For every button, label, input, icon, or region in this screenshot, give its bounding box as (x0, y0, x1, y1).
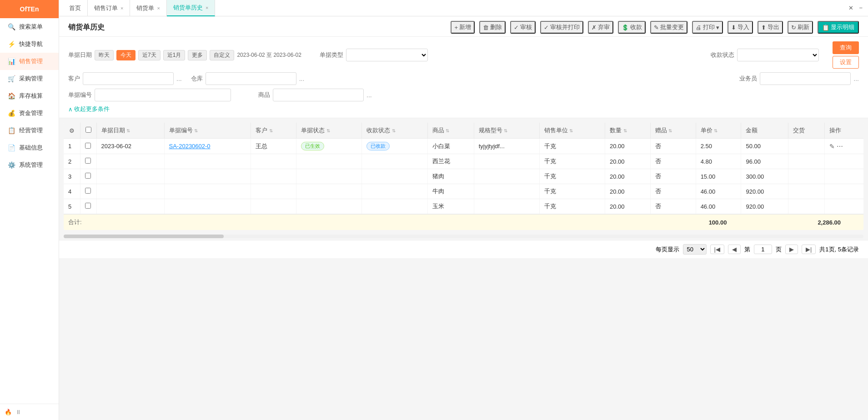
collapse-button[interactable]: ∧ 收起更多条件 (68, 105, 859, 113)
last-page-button[interactable]: ▶| (802, 245, 816, 254)
col-checkbox[interactable] (80, 123, 96, 139)
warehouse-dots-btn[interactable]: ... (299, 75, 305, 82)
col-date[interactable]: 单据日期 ⇅ (96, 123, 164, 139)
row-checkbox[interactable] (80, 154, 96, 169)
sidebar-item-ops-mgmt[interactable]: 📋 经营管理 (0, 122, 59, 139)
show-detail-button[interactable]: 📋 显示明细 (818, 21, 859, 34)
collect-select[interactable] (737, 49, 819, 61)
col-qty[interactable]: 数量 ⇅ (605, 123, 650, 139)
window-close-icon[interactable]: ✕ (845, 5, 857, 11)
col-transaction[interactable]: 交货 (788, 123, 824, 139)
audit-button[interactable]: ✓ 审核 (510, 21, 536, 34)
refresh-button[interactable]: ↻ 刷新 (788, 21, 813, 34)
tab-home[interactable]: 首页 (63, 0, 88, 16)
horizontal-scrollbar[interactable] (64, 235, 863, 238)
row-docno[interactable] (164, 199, 251, 214)
filter-goods-group: 商品 ... (258, 89, 372, 101)
row-action[interactable] (825, 184, 863, 199)
date-btn-custom[interactable]: 自定义 (210, 50, 234, 60)
tab-sales-history[interactable]: 销货单历史 × (167, 0, 215, 16)
row-gift: 否 (650, 169, 696, 184)
page-size-select[interactable]: 50 100 200 (683, 244, 707, 255)
sidebar-item-quick-nav[interactable]: ⚡ 快捷导航 (0, 35, 59, 53)
export-button[interactable]: ⬆ 导出 (758, 21, 783, 34)
tab-sales-order[interactable]: 销售订单 × (88, 0, 130, 16)
col-docno[interactable]: 单据编号 ⇅ (164, 123, 251, 139)
row-docno[interactable] (164, 169, 251, 184)
warehouse-input[interactable] (206, 72, 296, 85)
docno-link[interactable]: SA-20230602-0 (169, 143, 211, 150)
col-goods[interactable]: 商品 ⇅ (427, 123, 474, 139)
col-spec[interactable]: 规格型号 ⇅ (474, 123, 539, 139)
print-button[interactable]: 🖨 打印 ▾ (692, 21, 723, 34)
row-docno[interactable]: SA-20230602-0 (164, 139, 251, 154)
goods-label: 商品 (258, 91, 270, 99)
row-checkbox[interactable] (80, 184, 96, 199)
sidebar-item-search-menu[interactable]: 🔍 搜索菜单 (0, 18, 59, 35)
add-button[interactable]: + 新增 (451, 21, 475, 34)
date-btn-7days[interactable]: 近7天 (138, 50, 161, 60)
docno-input[interactable] (95, 89, 231, 101)
customer-dots-btn[interactable]: ... (176, 75, 182, 82)
row-checkbox[interactable] (80, 169, 96, 184)
fire-icon[interactable]: 🔥 (5, 409, 12, 415)
more-action-icon[interactable]: ⋯ (837, 143, 843, 150)
import-button[interactable]: ⬇ 导入 (728, 21, 753, 34)
tab-sales-history-close[interactable]: × (206, 5, 208, 10)
first-page-button[interactable]: |◀ (710, 245, 724, 254)
row-checkbox[interactable] (80, 139, 96, 154)
row-docno[interactable] (164, 184, 251, 199)
row-action[interactable] (825, 154, 863, 169)
col-gift[interactable]: 赠品 ⇅ (650, 123, 696, 139)
date-btn-yesterday[interactable]: 昨天 (95, 50, 114, 60)
sidebar-item-label: 快捷导航 (19, 40, 43, 48)
col-amount[interactable]: 金额 (741, 123, 788, 139)
scrollbar-thumb[interactable] (64, 235, 224, 238)
delete-button[interactable]: 🗑 删除 (479, 21, 506, 34)
sidebar-item-inventory-calc[interactable]: 🏠 库存核算 (0, 87, 59, 105)
set-button[interactable]: 设置 (833, 56, 859, 69)
salesperson-dots-btn[interactable]: ... (853, 75, 859, 82)
col-collectstatus[interactable]: 收款状态 ⇅ (362, 123, 427, 139)
sidebar-item-fund-mgmt[interactable]: 💰 资金管理 (0, 105, 59, 122)
goods-dots-btn[interactable]: ... (366, 91, 372, 99)
sidebar-item-sys-mgmt[interactable]: ⚙️ 系统管理 (0, 156, 59, 174)
sidebar-item-purchase-mgmt[interactable]: 🛒 采购管理 (0, 70, 59, 87)
page-number-input[interactable] (754, 245, 772, 254)
customer-input[interactable] (83, 72, 174, 85)
tab-sales-goods-close[interactable]: × (157, 5, 160, 11)
row-checkbox[interactable] (80, 199, 96, 214)
collect-button[interactable]: 💲 收款 (618, 21, 646, 34)
row-action[interactable] (825, 199, 863, 214)
row-action[interactable]: ✎ ⋯ (825, 139, 863, 154)
col-docstatus[interactable]: 单据状态 ⇅ (296, 123, 362, 139)
date-btn-1month[interactable]: 近1月 (163, 50, 186, 60)
col-customer[interactable]: 客户 ⇅ (251, 123, 296, 139)
doctype-select[interactable] (346, 49, 428, 61)
abandon-button[interactable]: ✗ 弃审 (588, 21, 613, 34)
batch-change-button[interactable]: ✎ 批量变更 (650, 21, 687, 34)
row-docno[interactable] (164, 154, 251, 169)
pause-icon[interactable]: ⏸ (15, 409, 21, 415)
sidebar-item-sales-mgmt[interactable]: 📊 销售管理 (0, 53, 59, 70)
table-row: 5玉米千克20.00否46.00920.00 (64, 199, 863, 214)
col-price[interactable]: 单价 ⇅ (696, 123, 741, 139)
window-minimize-icon[interactable]: − (857, 5, 864, 11)
row-qty: 20.00 (605, 154, 650, 169)
goods-input[interactable] (273, 89, 364, 101)
prev-page-button[interactable]: ◀ (728, 245, 741, 254)
tab-sales-goods[interactable]: 销货单 × (130, 0, 166, 16)
col-unit[interactable]: 销售单位 ⇅ (539, 123, 605, 139)
row-action[interactable] (825, 169, 863, 184)
date-btn-more[interactable]: 更多 (188, 50, 207, 60)
col-settings[interactable]: ⚙ (64, 123, 80, 139)
select-all-checkbox[interactable] (85, 127, 91, 133)
audit-print-button[interactable]: ✓ 审核并打印 (540, 21, 583, 34)
sidebar-item-basic-info[interactable]: 📄 基础信息 (0, 139, 59, 156)
date-btn-today[interactable]: 今天 (116, 50, 135, 60)
salesperson-input[interactable] (760, 72, 851, 85)
edit-icon[interactable]: ✎ (829, 143, 835, 150)
tab-sales-order-close[interactable]: × (120, 5, 123, 11)
next-page-button[interactable]: ▶ (785, 245, 798, 254)
query-button[interactable]: 查询 (833, 41, 859, 54)
